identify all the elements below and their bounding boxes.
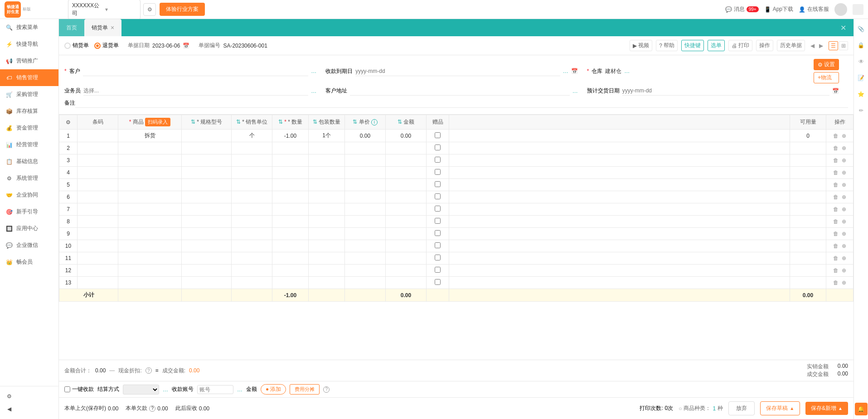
row-remark-8[interactable] <box>449 216 790 228</box>
row-gift-12[interactable] <box>427 265 449 277</box>
row-spec-8[interactable] <box>182 216 232 228</box>
row-pkgqty-4[interactable] <box>309 167 345 179</box>
row-gift-7[interactable] <box>427 203 449 216</box>
row-remark-9[interactable] <box>449 228 790 240</box>
row-copy-icon-5[interactable]: ⊕ <box>842 182 846 188</box>
row-delete-icon-13[interactable]: 🗑 <box>833 279 839 286</box>
row-price-8[interactable] <box>345 216 386 228</box>
row-delete-icon-7[interactable]: 🗑 <box>833 206 839 212</box>
alert-icon[interactable]: 🔔 <box>855 403 868 415</box>
row-price-12[interactable] <box>345 265 386 277</box>
row-copy-icon-12[interactable]: ⊕ <box>842 267 846 274</box>
row-remark-11[interactable] <box>449 252 790 265</box>
settings-icon[interactable]: ⚙ <box>143 3 156 16</box>
row-gift-6[interactable] <box>427 191 449 203</box>
row-unit-13[interactable] <box>232 277 272 289</box>
row-delete-icon-11[interactable]: 🗑 <box>833 255 839 261</box>
sort-icon-pkg[interactable]: ⇅ <box>313 119 317 125</box>
tab-home[interactable]: 首页 <box>59 19 84 36</box>
row-delete-icon-3[interactable]: 🗑 <box>833 157 839 164</box>
row-qty-5[interactable] <box>272 179 309 191</box>
sidebar-item-inventory[interactable]: 📦 库存核算 <box>0 103 58 120</box>
row-product-2[interactable] <box>118 142 182 154</box>
row-gift-1[interactable] <box>427 130 449 142</box>
row-spec-7[interactable] <box>182 203 232 216</box>
row-barcode-7[interactable] <box>78 203 118 216</box>
address-picker-icon[interactable]: … <box>572 88 578 94</box>
row-qty-6[interactable] <box>272 191 309 203</box>
row-spec-6[interactable] <box>182 191 232 203</box>
row-amount-9[interactable] <box>386 228 427 240</box>
company-selector[interactable]: XXXXXX公司 ▾ <box>68 0 141 19</box>
messages-button[interactable]: 💬 消息 99+ <box>725 5 759 13</box>
row-gift-8[interactable] <box>427 216 449 228</box>
row-remark-3[interactable] <box>449 154 790 167</box>
sidebar-item-finance[interactable]: 💰 资金管理 <box>0 120 58 136</box>
expense-split-button[interactable]: 费用分摊 <box>290 384 320 395</box>
note-icon[interactable]: 📝 <box>855 72 868 84</box>
row-price-5[interactable] <box>345 179 386 191</box>
row-delete-icon-5[interactable]: 🗑 <box>833 182 839 188</box>
row-remark-5[interactable] <box>449 179 790 191</box>
row-copy-icon-6[interactable]: ⊕ <box>842 194 846 200</box>
sort-icon-price[interactable]: ⇅ <box>353 119 357 125</box>
receipt-date-picker-icon[interactable]: … <box>563 68 568 74</box>
sidebar-item-purchase[interactable]: 🛒 采购管理 <box>0 86 58 103</box>
save-draft-button[interactable]: 保存草稿 ▲ <box>760 401 800 415</box>
row-amount-4[interactable] <box>386 167 427 179</box>
sidebar-item-marketing[interactable]: 📢 营销推广 <box>0 53 58 69</box>
row-barcode-3[interactable] <box>78 154 118 167</box>
row-pkgqty-8[interactable] <box>309 216 345 228</box>
row-amount-2[interactable] <box>386 142 427 154</box>
row-copy-icon-4[interactable]: ⊕ <box>842 169 846 176</box>
tab-sales-order[interactable]: 销货单 × <box>84 19 121 36</box>
add-payment-button[interactable]: ● 添加 <box>261 384 286 395</box>
list-view-icon[interactable]: ☰ <box>829 41 838 50</box>
row-barcode-12[interactable] <box>78 265 118 277</box>
app-download-button[interactable]: 📱 App下载 <box>764 5 793 13</box>
row-remark-2[interactable] <box>449 142 790 154</box>
help-button[interactable]: ? 帮助 <box>656 40 678 51</box>
row-price-9[interactable] <box>345 228 386 240</box>
attachment-icon[interactable]: 📎 <box>855 23 868 35</box>
row-unit-5[interactable] <box>232 179 272 191</box>
row-price-4[interactable] <box>345 167 386 179</box>
remark-input[interactable] <box>75 98 848 108</box>
row-gift-3[interactable] <box>427 154 449 167</box>
row-pkgqty-13[interactable] <box>309 277 345 289</box>
row-qty-13[interactable] <box>272 277 309 289</box>
row-qty-1[interactable]: -1.00 <box>272 130 309 142</box>
row-product-4[interactable] <box>118 167 182 179</box>
price-info-icon[interactable]: i <box>371 119 378 125</box>
row-barcode-8[interactable] <box>78 216 118 228</box>
row-price-10[interactable] <box>345 240 386 252</box>
history-button[interactable]: 历史单据 <box>777 40 805 51</box>
row-amount-5[interactable] <box>386 179 427 191</box>
sidebar-item-system[interactable]: ⚙ 系统管理 <box>0 170 58 187</box>
row-amount-13[interactable] <box>386 277 427 289</box>
row-pkgqty-3[interactable] <box>309 154 345 167</box>
row-unit-8[interactable] <box>232 216 272 228</box>
close-tab-icon[interactable]: × <box>111 24 114 31</box>
shortcut-button[interactable]: 快捷键 <box>681 40 704 51</box>
row-amount-8[interactable] <box>386 216 427 228</box>
row-qty-11[interactable] <box>272 252 309 265</box>
salesperson-picker-icon[interactable]: … <box>311 88 316 94</box>
row-product-11[interactable] <box>118 252 182 265</box>
row-copy-icon-7[interactable]: ⊕ <box>842 206 846 212</box>
row-remark-7[interactable] <box>449 203 790 216</box>
row-product-10[interactable] <box>118 240 182 252</box>
sidebar-item-management[interactable]: 📊 经营管理 <box>0 136 58 153</box>
row-gift-9[interactable] <box>427 228 449 240</box>
row-qty-10[interactable] <box>272 240 309 252</box>
row-amount-11[interactable] <box>386 252 427 265</box>
sidebar-item-enterprise[interactable]: 🤝 企业协同 <box>0 187 58 203</box>
video-button[interactable]: ▶ 视频 <box>630 40 652 51</box>
row-product-9[interactable] <box>118 228 182 240</box>
row-unit-11[interactable] <box>232 252 272 265</box>
row-unit-6[interactable] <box>232 191 272 203</box>
row-barcode-11[interactable] <box>78 252 118 265</box>
row-pkgqty-12[interactable] <box>309 265 345 277</box>
row-barcode-9[interactable] <box>78 228 118 240</box>
row-barcode-1[interactable] <box>78 130 118 142</box>
